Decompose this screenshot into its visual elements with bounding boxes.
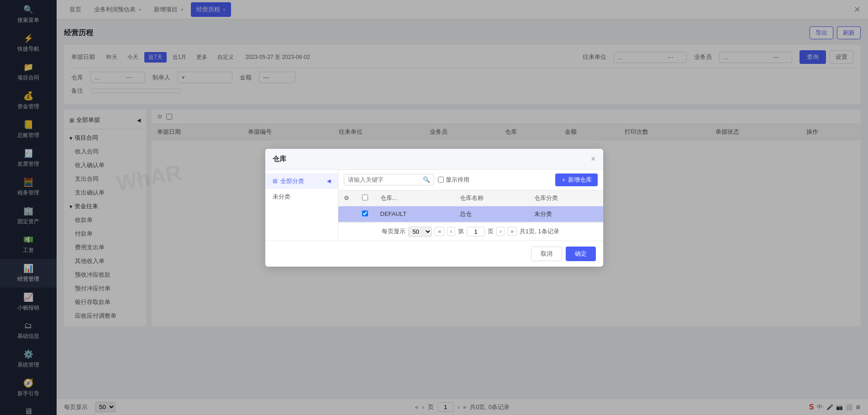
dialog-category-uncategorized[interactable]: 未分类 [265,189,338,205]
confirm-button[interactable]: 确定 [566,247,596,261]
page-label: 第 [458,227,464,236]
dialog-close-button[interactable]: × [591,154,596,164]
add-warehouse-button[interactable]: ＋ 新增仓库 [555,173,598,186]
dialog-table-header: ⚙ 仓库... 仓库名称 [338,190,603,206]
dialog-title: 仓库 [273,155,286,163]
th-settings: ⚙ [338,190,357,206]
dialog-category-all[interactable]: ⊞ 全部分类 ◀ [265,173,338,189]
row-category-cell: 未分类 [529,206,603,222]
total-info: 共1页, 1条记录 [520,227,559,236]
per-page-select[interactable]: 50 10 20 100 [408,226,432,237]
warehouse-dialog: 仓库 × ⊞ 全部分类 ◀ 未分类 [265,149,603,267]
collapse-dialog-icon[interactable]: ◀ [327,178,331,184]
dialog-toolbar: 🔍 显示停用 ＋ 新增仓库 [338,170,603,190]
prev-page-btn[interactable]: ‹ [447,227,455,236]
dialog-pagination: 每页显示 50 10 20 100 « ‹ 第 页 › » 共1页, 1条记录 [338,222,603,241]
page-input[interactable] [467,227,485,236]
row-code-cell: DEFAULT [375,206,455,222]
cancel-button[interactable]: 取消 [531,247,562,261]
row-category: 未分类 [534,210,552,217]
dialog-header: 仓库 × [265,149,603,170]
dialog-overlay[interactable]: 仓库 × ⊞ 全部分类 ◀ 未分类 [0,0,868,415]
dialog-left-panel: ⊞ 全部分类 ◀ 未分类 [265,170,338,241]
category-uncategorized-label: 未分类 [273,193,290,201]
dialog-table-body: DEFAULT 总仓 未分类 [338,206,603,222]
dialog-body: ⊞ 全部分类 ◀ 未分类 🔍 显示停用 [265,170,603,241]
category-all-label: 全部分类 [280,177,304,185]
dialog-table: ⚙ 仓库... 仓库名称 [338,190,603,222]
row-code: DEFAULT [380,210,407,217]
dialog-right-panel: 🔍 显示停用 ＋ 新增仓库 ⚙ [338,170,603,241]
first-page-btn[interactable]: « [435,227,444,236]
search-input[interactable] [348,176,421,183]
table-dialog-select-all[interactable] [362,194,368,200]
per-page-label: 每页显示 [382,227,405,236]
row-checkbox-cell [357,206,375,222]
show-disabled-label: 显示停用 [446,176,469,184]
show-disabled-checkbox-label[interactable]: 显示停用 [438,176,469,184]
search-input-wrap: 🔍 [344,174,434,185]
th-warehouse-name: 仓库名称 [454,190,529,206]
row-checkbox[interactable] [362,210,368,216]
page-suffix: 页 [488,227,494,236]
last-page-btn[interactable]: » [507,227,517,236]
search-icon-dialog: 🔍 [423,176,430,183]
next-page-btn[interactable]: › [496,227,505,236]
show-disabled-checkbox[interactable] [438,177,444,183]
row-name-cell: 总仓 [454,206,529,222]
th-warehouse-category: 仓库分类 [529,190,603,206]
grid-icon-dialog: ⊞ [273,178,278,184]
dialog-table-wrap: ⚙ 仓库... 仓库名称 [338,190,603,222]
th-checkbox-col [357,190,375,206]
row-settings-cell [338,206,357,222]
row-name: 总仓 [460,210,472,217]
table-row[interactable]: DEFAULT 总仓 未分类 [338,206,603,222]
settings-col-icon[interactable]: ⚙ [344,194,349,201]
dialog-footer: 取消 确定 [265,241,603,267]
th-warehouse-code: 仓库... [375,190,455,206]
